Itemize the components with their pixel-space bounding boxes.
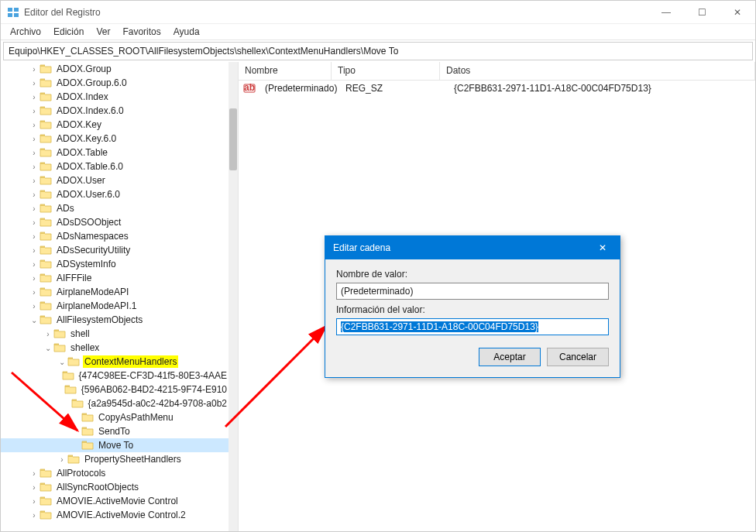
folder-icon [40,468,52,479]
tree-item[interactable]: ›AirplaneModeAPI [1,285,229,299]
menu-favorites[interactable]: Favoritos [116,25,167,39]
tree-scrollbar-thumb[interactable] [229,108,237,170]
tree-item[interactable]: ⌄shellex [1,341,229,355]
folder-icon [62,370,74,381]
tree-item[interactable]: ⌄AllFilesystemObjects [1,313,229,327]
tree-item[interactable]: ›ADOX.Index.6.0 [1,104,229,118]
chevron-down-icon[interactable]: ⌄ [57,356,67,367]
tree-item[interactable]: ›ADOX.Index [1,90,229,104]
tree-item[interactable]: ›AirplaneModeAPI.1 [1,299,229,313]
value-name-field[interactable]: (Predeterminado) [336,283,609,300]
chevron-right-icon[interactable]: › [29,63,40,74]
tree-item[interactable]: ›ADOX.Key.6.0 [1,132,229,146]
menu-edit[interactable]: Edición [47,25,90,39]
chevron-right-icon[interactable]: › [29,105,40,116]
chevron-right-icon[interactable]: › [43,328,53,339]
tree-item-label: shellex [69,342,101,354]
folder-icon [40,63,52,74]
chevron-right-icon[interactable]: › [29,273,40,283]
tree-item[interactable]: ›ADOX.User [1,173,229,187]
tree-item[interactable]: ›ADSystemInfo [1,257,229,271]
chevron-right-icon[interactable]: › [29,175,40,186]
tree-item[interactable]: ›PropertySheetHandlers [1,452,229,466]
dialog-titlebar[interactable]: Editar cadena ✕ [325,236,620,259]
tree-item[interactable]: ›AMOVIE.ActiveMovie Control [1,494,229,508]
tree-item-label: AirplaneModeAPI [55,286,130,298]
tree-item-label: ADsNamespaces [55,230,130,242]
close-button[interactable]: ✕ [720,1,755,23]
menu-help[interactable]: Ayuda [167,25,206,39]
tree-item[interactable]: SendTo [1,424,229,438]
menubar: Archivo Edición Ver Favoritos Ayuda [1,24,755,40]
tree-item[interactable]: ›ADsNamespaces [1,229,229,243]
chevron-right-icon[interactable]: › [29,119,40,130]
tree-item[interactable]: ›AllSyncRootObjects [1,480,229,494]
chevron-right-icon[interactable]: › [29,482,40,493]
folder-icon [40,203,52,214]
tree-item[interactable]: ›ADOX.User.6.0 [1,187,229,201]
tree-item[interactable]: {596AB062-B4D2-4215-9F74-E910 [1,383,229,396]
chevron-right-icon[interactable]: › [29,161,40,172]
tree-item[interactable]: {474C98EE-CF3D-41f5-80E3-4AAE [1,369,229,383]
minimize-button[interactable]: — [648,1,684,23]
chevron-right-icon[interactable]: › [29,147,40,158]
chevron-right-icon[interactable]: › [29,287,40,297]
chevron-right-icon[interactable]: › [29,510,40,520]
tree-item-label: ADOX.User.6.0 [55,188,122,201]
chevron-down-icon[interactable]: ⌄ [43,342,53,353]
folder-icon [67,454,80,465]
chevron-down-icon[interactable]: ⌄ [29,314,40,325]
tree-item-label: ADOX.Index [55,91,110,103]
tree-item[interactable]: ›ADsDSOObject [1,215,229,229]
tree-item[interactable]: ›AllProtocols [1,466,229,480]
maximize-button[interactable]: ☐ [684,1,720,23]
address-bar[interactable]: Equipo\HKEY_CLASSES_ROOT\AllFilesystemOb… [3,42,753,60]
tree-item[interactable]: {a2a9545d-a0c2-42b4-9708-a0b2 [1,396,229,410]
tree-item[interactable]: ›shell [1,327,229,341]
chevron-right-icon[interactable]: › [29,203,40,214]
tree-item[interactable]: ›AMOVIE.ActiveMovie Control.2 [1,508,229,522]
tree-item-label: ADOX.Group [55,63,113,75]
menu-view[interactable]: Ver [90,25,116,39]
folder-icon [40,175,52,186]
chevron-right-icon[interactable]: › [29,77,40,88]
chevron-right-icon[interactable]: › [29,468,40,479]
tree-scrollbar[interactable] [229,62,238,531]
col-name[interactable]: Nombre [239,62,332,80]
address-path: Equipo\HKEY_CLASSES_ROOT\AllFilesystemOb… [9,46,398,57]
col-type[interactable]: Tipo [332,62,440,80]
chevron-right-icon[interactable]: › [29,189,40,200]
chevron-right-icon[interactable]: › [29,133,40,144]
folder-icon [40,133,52,144]
menu-file[interactable]: Archivo [4,25,47,39]
chevron-right-icon[interactable]: › [29,217,40,228]
svg-rect-2 [8,13,12,17]
list-row[interactable]: ab (Predeterminado) REG_SZ {C2FBB631-297… [239,81,755,96]
tree-item[interactable]: ›ADsSecurityUtility [1,243,229,257]
tree-item[interactable]: ›AIFFFile [1,271,229,285]
tree-item[interactable]: Move To [1,438,229,452]
tree-item-label: {474C98EE-CF3D-41f5-80E3-4AAE [77,369,229,382]
chevron-right-icon[interactable]: › [29,496,40,506]
tree-item[interactable]: ›ADOX.Table.6.0 [1,160,229,173]
tree-item[interactable]: ›ADs [1,201,229,215]
tree-item[interactable]: CopyAsPathMenu [1,410,229,424]
chevron-right-icon[interactable]: › [29,259,40,269]
tree-item-label: ADOX.Key.6.0 [55,132,118,145]
chevron-right-icon[interactable]: › [29,231,40,242]
dialog-close-button[interactable]: ✕ [585,236,620,259]
tree-item[interactable]: ›ADOX.Key [1,118,229,132]
tree-item[interactable]: ›ADOX.Group.6.0 [1,76,229,90]
ok-button[interactable]: Aceptar [479,348,541,366]
tree-item[interactable]: ›ADOX.Table [1,146,229,160]
tree-item[interactable]: ›ADOX.Group [1,62,229,76]
col-data[interactable]: Datos [440,62,755,80]
chevron-right-icon[interactable]: › [29,300,40,311]
cancel-button[interactable]: Cancelar [547,348,609,366]
chevron-right-icon[interactable]: › [57,454,67,465]
titlebar: Editor del Registro — ☐ ✕ [1,1,755,24]
tree-item[interactable]: ⌄ContextMenuHandlers [1,355,229,369]
value-data-field[interactable]: {C2FBB631-2971-11D1-A18C-00C04FD75D13} [336,318,609,335]
chevron-right-icon[interactable]: › [29,91,40,102]
chevron-right-icon[interactable]: › [29,245,40,256]
